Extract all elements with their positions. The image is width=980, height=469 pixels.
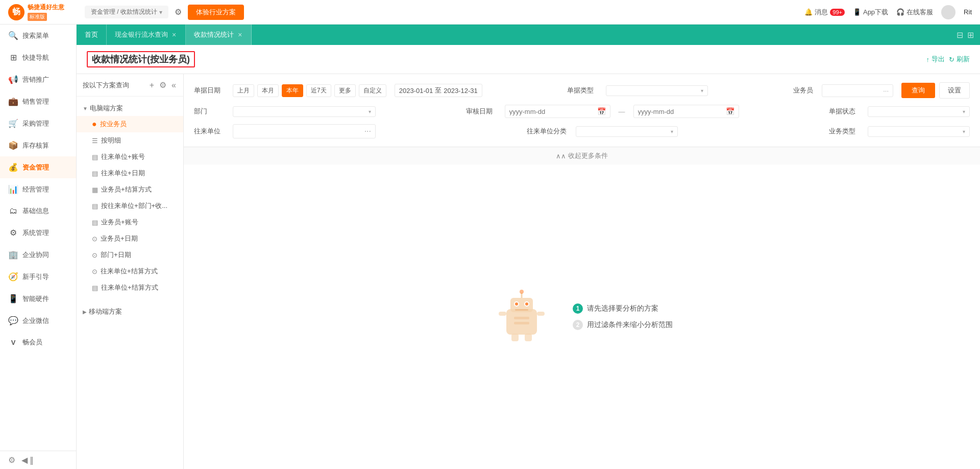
- sidebar-item-system[interactable]: ⚙ 系统管理: [0, 222, 76, 244]
- tab-minimize-icon[interactable]: ⊟: [957, 30, 963, 40]
- counterpart-dots-icon[interactable]: ···: [364, 127, 371, 136]
- scheme-item-icon-cd: ▤: [92, 170, 98, 177]
- scheme-add-button[interactable]: +: [149, 80, 155, 91]
- tab-receipt[interactable]: 收款情况统计 ×: [186, 25, 252, 45]
- scheme-item-label-cs2: 往来单位+结算方式: [101, 267, 158, 276]
- user-name: Rit: [964, 8, 972, 16]
- sidebar-item-guide[interactable]: 🧭 新手引导: [0, 266, 76, 288]
- filter-doc-status-select[interactable]: ▾: [868, 106, 970, 117]
- scheme-item-salesperson-date[interactable]: ⊙ 业务员+日期: [77, 230, 183, 247]
- review-to-input[interactable]: [638, 108, 724, 115]
- tab-receipt-close-icon[interactable]: ×: [237, 30, 243, 40]
- sidebar-item-wechat[interactable]: 💬 企业微信: [0, 310, 76, 332]
- scheme-item-counterpart-settlement3[interactable]: ▤ 往来单位+结算方式: [77, 279, 183, 296]
- sidebar-item-sales[interactable]: 💼 销售管理: [0, 90, 76, 112]
- filter-review-date-from[interactable]: 📅: [505, 105, 610, 118]
- notification-icon: 🔔: [804, 8, 813, 16]
- filter-area: 单据日期 上月 本月 本年 近7天 更多 自定义 2023-01-01 至: [184, 74, 980, 469]
- date-btn-custom[interactable]: 自定义: [359, 84, 386, 97]
- sidebar-item-hardware[interactable]: 📱 智能硬件: [0, 288, 76, 310]
- scheme-item-salesperson-settlement[interactable]: ▦ 业务员+结算方式: [77, 181, 183, 198]
- app-download-label: App下载: [863, 8, 888, 17]
- scheme-item-icon-cdept: ▤: [92, 202, 98, 210]
- inventory-icon: 📦: [8, 140, 18, 150]
- scheme-item-salesperson-account[interactable]: ▤ 业务员+账号: [77, 214, 183, 230]
- filter-counterpart-input[interactable]: ···: [233, 124, 376, 138]
- filter-review-date-to[interactable]: 📅: [633, 105, 739, 118]
- svg-point-5: [525, 302, 528, 306]
- logo-area: 畅 畅捷通好生意 标准版: [8, 3, 85, 21]
- scheme-item-counterpart-date[interactable]: ▤ 往来单位+日期: [77, 165, 183, 181]
- scheme-item-icon-sdate: ⊙: [92, 235, 97, 243]
- scheme-settings-button[interactable]: ⚙: [158, 79, 167, 91]
- date-btn-more[interactable]: 更多: [334, 84, 356, 97]
- review-from-calendar-icon[interactable]: 📅: [597, 107, 606, 115]
- sidebar: 🔍 搜索菜单 ⊞ 快捷导航 📢 营销推广 💼 销售管理 🛒 采购管理 📦 库存核…: [0, 25, 77, 469]
- counterpart-input[interactable]: [237, 128, 362, 135]
- date-btn-7days[interactable]: 近7天: [306, 84, 331, 97]
- main-wrapper: 🔍 搜索菜单 ⊞ 快捷导航 📢 营销推广 💼 销售管理 🛒 采购管理 📦 库存核…: [0, 25, 980, 469]
- sidebar-item-search[interactable]: 🔍 搜索菜单: [0, 25, 76, 46]
- mobile-scheme-section-title[interactable]: ▶ 移动端方案: [77, 304, 183, 319]
- tab-expand-icon[interactable]: ⊞: [967, 30, 974, 40]
- scheme-collapse-button[interactable]: «: [170, 80, 177, 91]
- header-breadcrumb[interactable]: 资金管理 / 收款情况统计 ▾: [85, 6, 168, 18]
- filter-salesperson-select[interactable]: ···: [822, 84, 893, 97]
- online-service-item[interactable]: 🎧 在线客服: [896, 8, 933, 17]
- sidebar-bottom: ⚙ ◀ ‖: [0, 451, 76, 469]
- sidebar-item-member[interactable]: V 畅会员: [0, 332, 76, 353]
- export-button[interactable]: ↑ 导出: [926, 55, 945, 64]
- pc-scheme-section-title[interactable]: ▼ 电脑端方案: [77, 101, 183, 116]
- refresh-button[interactable]: ↻ 刷新: [949, 55, 970, 64]
- review-from-input[interactable]: [509, 108, 595, 115]
- sidebar-collapse-icon[interactable]: ◀ ‖: [21, 455, 34, 465]
- filter-date-range[interactable]: 2023-01-01 至 2023-12-31: [395, 84, 482, 97]
- sidebar-item-purchase[interactable]: 🛒 采购管理: [0, 112, 76, 134]
- sidebar-item-operations[interactable]: 📊 经营管理: [0, 178, 76, 200]
- tab-bank-close-icon[interactable]: ×: [171, 30, 177, 40]
- sidebar-item-base[interactable]: 🗂 基础信息: [0, 200, 76, 222]
- user-avatar[interactable]: [941, 5, 955, 19]
- sales-icon: 💼: [8, 97, 18, 106]
- filter-dept-select[interactable]: ▾: [233, 106, 376, 117]
- scheme-item-counterpart-dept[interactable]: ▤ 按往来单位+部门+收...: [77, 198, 183, 214]
- sidebar-item-enterprise[interactable]: 🏢 企业协同: [0, 244, 76, 266]
- scheme-item-counterpart-settlement2[interactable]: ⊙ 往来单位+结算方式: [77, 263, 183, 279]
- scheme-item-label-cdept: 按往来单位+部门+收...: [101, 201, 167, 210]
- sidebar-label-purchase: 采购管理: [22, 119, 49, 128]
- notification-item[interactable]: 🔔 消息 99+: [804, 8, 845, 17]
- collapse-bar[interactable]: ∧∧ 收起更多条件: [184, 147, 980, 165]
- tab-home[interactable]: 首页: [77, 25, 107, 45]
- sidebar-settings-icon[interactable]: ⚙: [8, 455, 15, 465]
- service-icon: 🎧: [896, 8, 904, 16]
- filter-business-type-select[interactable]: ▾: [868, 126, 970, 137]
- filter-doc-type-select[interactable]: ▾: [606, 85, 708, 96]
- sidebar-item-finance[interactable]: 💰 资金管理: [0, 156, 76, 178]
- sidebar-item-inventory[interactable]: 📦 库存核算: [0, 134, 76, 156]
- scheme-item-by-detail[interactable]: ☰ 按明细: [77, 132, 183, 149]
- scheme-item-by-salesperson[interactable]: ● 按业务员: [77, 116, 183, 132]
- filter-counterpart-category-select[interactable]: ▾: [576, 126, 678, 137]
- query-button[interactable]: 查询: [901, 83, 935, 98]
- header-nav-area: 资金管理 / 收款情况统计 ▾ ⚙ 体验行业方案: [85, 5, 804, 20]
- app-download-item[interactable]: 📱 App下载: [853, 8, 888, 17]
- date-btn-this-year[interactable]: 本年: [282, 84, 303, 97]
- operations-icon: 📊: [8, 184, 18, 194]
- filter-row-1: 单据日期 上月 本月 本年 近7天 更多 自定义 2023-01-01 至: [194, 82, 970, 99]
- sidebar-item-quicknav[interactable]: ⊞ 快捷导航: [0, 46, 76, 68]
- empty-steps: 1 请先选择要分析的方案 2 用过滤条件来缩小分析范围: [573, 303, 673, 330]
- scheme-item-icon-ca: ▤: [92, 153, 98, 161]
- salesperson-dots-icon[interactable]: ···: [883, 87, 889, 95]
- settings-button[interactable]: 设置: [939, 82, 970, 99]
- date-btn-last-month[interactable]: 上月: [233, 84, 254, 97]
- scheme-item-counterpart-account[interactable]: ▤ 往来单位+账号: [77, 149, 183, 165]
- scheme-item-dept-date[interactable]: ⊙ 部门+日期: [77, 247, 183, 263]
- trial-button[interactable]: 体验行业方案: [188, 5, 244, 20]
- svg-point-4: [515, 302, 518, 306]
- sidebar-item-marketing[interactable]: 📢 营销推广: [0, 68, 76, 90]
- sidebar-label-enterprise: 企业协同: [22, 250, 49, 260]
- settings-icon[interactable]: ⚙: [173, 5, 184, 19]
- tab-bank[interactable]: 现金银行流水查询 ×: [107, 25, 186, 45]
- review-to-calendar-icon[interactable]: 📅: [726, 107, 734, 115]
- date-btn-this-month[interactable]: 本月: [257, 84, 279, 97]
